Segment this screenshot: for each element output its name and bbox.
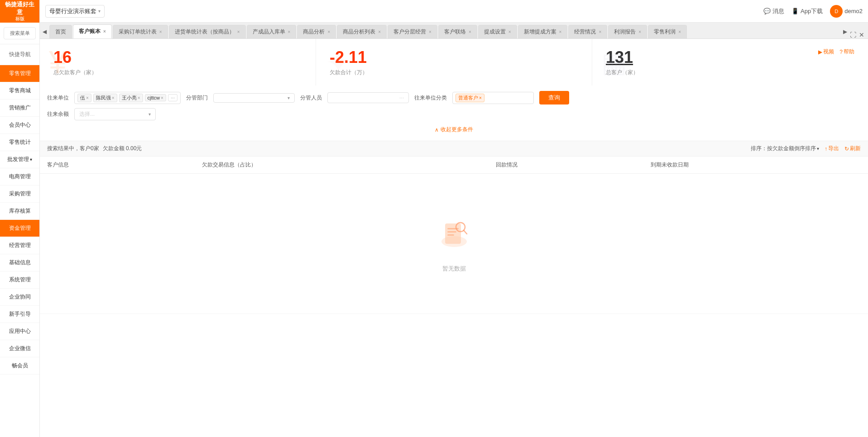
empty-icon [436, 214, 472, 259]
tab-scroll-left[interactable]: ◀ [40, 25, 49, 38]
tab-5[interactable]: 商品分析× [297, 25, 336, 38]
export-button[interactable]: ↑导出 [825, 145, 839, 152]
user-menu[interactable]: D demo2 [830, 5, 863, 18]
dept-filter-select[interactable] [213, 93, 295, 103]
svg-rect-1 [445, 223, 461, 244]
results-bar-right: 排序：按欠款金额倒序排序 ↑导出 ↻刷新 [751, 145, 861, 152]
tab-close-12[interactable]: × [638, 29, 641, 34]
tag-close[interactable]: × [112, 95, 115, 100]
quick-nav-button[interactable]: 快捷导航 [4, 49, 36, 60]
tab-8[interactable]: 客户联络× [438, 25, 477, 38]
tab-close-11[interactable]: × [599, 29, 601, 34]
balance-placeholder: 选择... [79, 110, 95, 118]
tab-scroll-right[interactable]: ▶ [840, 25, 850, 38]
tab-close-5[interactable]: × [327, 29, 330, 34]
message-button[interactable]: 💬 消息 [763, 7, 784, 15]
more-tags-button[interactable]: ··· [168, 94, 177, 101]
help-link[interactable]: ? 帮助 [839, 48, 854, 56]
tab-3[interactable]: 进货单统计表（按商品）× [169, 25, 246, 38]
tab-close-10[interactable]: × [559, 29, 562, 34]
category-tag-普通客户: 普通客户 × [456, 94, 484, 102]
tabbar: ◀ 首页客户账本×采购订单统计表×进货单统计表（按商品）×产成品入库单×商品分析… [40, 23, 868, 39]
tab-close-13[interactable]: × [678, 29, 681, 34]
sidebar-item-畅会员[interactable]: 畅会员 [0, 357, 39, 375]
tab-label-2: 采购订单统计表 [119, 28, 157, 36]
tag-close[interactable]: × [138, 95, 140, 100]
sidebar-item-批发管理[interactable]: 批发管理 [0, 151, 39, 168]
tab-11[interactable]: 经营情况× [568, 25, 607, 38]
refresh-button[interactable]: ↻刷新 [844, 145, 861, 152]
balance-filter-label: 往来余额 [47, 110, 69, 118]
tab-close-7[interactable]: × [429, 29, 432, 34]
tag-close[interactable]: × [86, 95, 89, 100]
maximize-button[interactable]: ⛶ [850, 31, 856, 38]
tab-4[interactable]: 产成品入库单× [247, 25, 297, 38]
tab-label-10: 新增提成方案 [524, 28, 556, 36]
company-filter-label: 往来单位 [47, 94, 69, 102]
filter-row-2: 往来余额 选择... [47, 108, 861, 120]
sidebar-item-企业协同[interactable]: 企业协同 [0, 289, 39, 306]
tab-label-12: 利润报告 [614, 28, 636, 36]
tab-close-3[interactable]: × [237, 29, 240, 34]
topbar: 母婴行业演示账套 💬 消息 📱 App下载 D demo2 [40, 0, 868, 23]
app-logo: 畅捷通好生意 标版 [0, 0, 39, 23]
tab-2[interactable]: 采购订单统计表× [113, 25, 168, 38]
sidebar-item-应用中心[interactable]: 应用中心 [0, 323, 39, 340]
empty-state: 暂无数据 [47, 178, 861, 309]
data-table: 客户信息欠款交易信息（占比）回款情况到期未收款日期 [40, 157, 868, 314]
table-body: 暂无数据 [40, 174, 868, 314]
video-link[interactable]: ▶ 视频 [818, 48, 834, 56]
tab-7[interactable]: 客户分层经营× [388, 25, 437, 38]
company-tag-伍: 伍 × [77, 94, 91, 102]
sidebar-item-采购管理[interactable]: 采购管理 [0, 185, 39, 203]
tab-close-4[interactable]: × [288, 29, 291, 34]
company-filter-tags[interactable]: 伍 ×陈民强 ×王小亮 ×cjttcw ×··· [74, 92, 181, 104]
sidebar-item-经营管理[interactable]: 经营管理 [0, 237, 39, 254]
sidebar: 畅捷通好生意 标版 搜索菜单 快捷导航 零售管理零售商城营销推广会员中心零售统计… [0, 0, 40, 437]
balance-filter-select[interactable]: 选择... [74, 108, 156, 120]
account-selector[interactable]: 母婴行业演示账套 [45, 5, 105, 18]
sidebar-item-企业微信[interactable]: 企业微信 [0, 340, 39, 357]
search-menu-button[interactable]: 搜索菜单 [4, 27, 36, 39]
tab-label-9: 提成设置 [484, 28, 506, 36]
tab-10[interactable]: 新增提成方案× [518, 25, 568, 38]
sidebar-item-库存核算[interactable]: 库存核算 [0, 203, 39, 220]
avatar: D [830, 5, 843, 18]
person-filter-label: 分管人员 [300, 94, 322, 102]
company-tag-王小亮: 王小亮 × [119, 94, 143, 102]
tab-13[interactable]: 零售利润× [648, 25, 687, 38]
sidebar-item-基础信息[interactable]: 基础信息 [0, 254, 39, 271]
tab-close-8[interactable]: × [469, 29, 471, 34]
sidebar-item-系统管理[interactable]: 系统管理 [0, 271, 39, 289]
sidebar-item-资金管理[interactable]: 资金管理 [0, 220, 39, 237]
sidebar-item-零售管理[interactable]: 零售管理 [0, 65, 39, 82]
tab-1[interactable]: 客户账本× [73, 24, 112, 38]
tab-label-6: 商品分析列表 [343, 28, 375, 36]
app-download-button[interactable]: 📱 App下载 [791, 7, 823, 15]
tag-close[interactable]: × [161, 95, 163, 100]
sidebar-item-零售商城[interactable]: 零售商城 [0, 82, 39, 100]
close-all-button[interactable]: ✕ [859, 31, 864, 38]
sidebar-item-新手引导[interactable]: 新手引导 [0, 306, 39, 323]
tab-12[interactable]: 利润报告× [608, 25, 647, 38]
sidebar-item-会员中心[interactable]: 会员中心 [0, 117, 39, 134]
tab-close-9[interactable]: × [508, 29, 511, 34]
sidebar-item-零售统计[interactable]: 零售统计 [0, 134, 39, 151]
tab-6[interactable]: 商品分析列表× [337, 25, 387, 38]
tab-9[interactable]: 提成设置× [478, 25, 517, 38]
tab-close-2[interactable]: × [159, 29, 162, 34]
sidebar-item-营销推广[interactable]: 营销推广 [0, 100, 39, 117]
person-filter-input[interactable]: ··· [327, 92, 409, 103]
tab-0[interactable]: 首页 [49, 25, 72, 38]
collapse-filter-button[interactable]: ∧ 收起更多条件 [47, 124, 861, 135]
sort-button[interactable]: 排序：按欠款金额倒序排序 [751, 145, 819, 152]
tab-close-1[interactable]: × [103, 29, 106, 34]
logo-line1: 畅捷通好生意 [4, 1, 36, 16]
query-button[interactable]: 查询 [539, 91, 569, 104]
table-header: 客户信息欠款交易信息（占比）回款情况到期未收款日期 [40, 157, 868, 174]
category-tag-close[interactable]: × [479, 95, 482, 100]
sidebar-item-电商管理[interactable]: 电商管理 [0, 168, 39, 185]
category-filter-tags[interactable]: 普通客户 × [452, 92, 534, 104]
page-content: ¥ 16 总欠款客户（家） ✦ -2.11 欠款合计（万） ▦ 131 总客户（… [40, 39, 868, 437]
tab-close-6[interactable]: × [378, 29, 381, 34]
